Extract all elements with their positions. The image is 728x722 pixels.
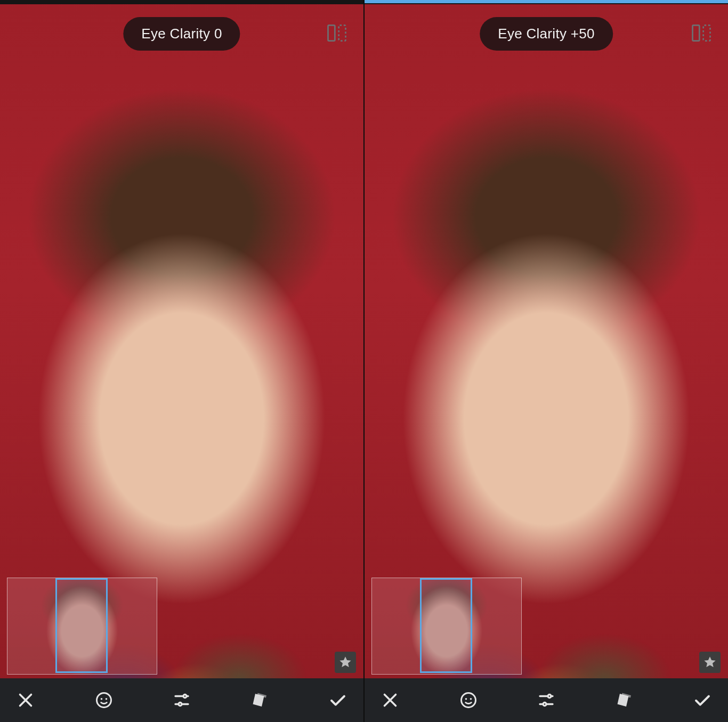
compare-icon[interactable] [325,21,349,45]
svg-point-10 [465,698,467,700]
adjustment-badge-text: Eye Clarity +50 [498,26,595,42]
svg-point-12 [548,695,551,698]
apply-button[interactable] [689,686,716,714]
face-button[interactable] [90,686,118,714]
svg-point-9 [461,693,475,708]
svg-point-5 [183,695,187,698]
bottom-toolbar [365,678,728,722]
svg-point-4 [105,698,107,700]
styles-button[interactable] [246,686,274,714]
bottom-toolbar [0,678,363,722]
editor-panel-left: Eye Clarity 0 [0,0,363,722]
apply-button[interactable] [324,686,352,714]
favorite-badge[interactable] [335,652,356,673]
compare-icon[interactable] [690,21,713,45]
favorite-badge[interactable] [699,652,721,673]
svg-point-13 [543,703,546,706]
minimap[interactable] [7,578,157,674]
cancel-button[interactable] [376,686,404,714]
styles-button[interactable] [611,686,638,714]
minimap[interactable] [372,578,521,674]
minimap-viewport[interactable] [55,578,108,673]
adjust-button[interactable] [168,686,196,714]
cancel-button[interactable] [12,686,39,714]
svg-rect-0 [328,25,335,40]
adjustment-badge: Eye Clarity +50 [480,17,613,51]
face-button[interactable] [455,686,482,714]
editor-panel-right: Eye Clarity +50 [363,0,728,722]
side-by-side-root: Eye Clarity 0 [0,0,728,722]
adjust-button[interactable] [532,686,560,714]
minimap-viewport[interactable] [420,578,472,673]
svg-point-3 [100,698,102,700]
adjustment-badge-text: Eye Clarity 0 [141,26,222,42]
progress-bar [0,0,363,4]
svg-rect-8 [703,25,710,40]
adjustment-badge: Eye Clarity 0 [123,17,240,51]
svg-rect-7 [693,25,700,40]
svg-point-2 [96,693,111,708]
progress-bar [365,0,728,4]
svg-point-6 [179,703,182,706]
svg-rect-1 [339,25,346,40]
svg-point-11 [470,698,472,700]
